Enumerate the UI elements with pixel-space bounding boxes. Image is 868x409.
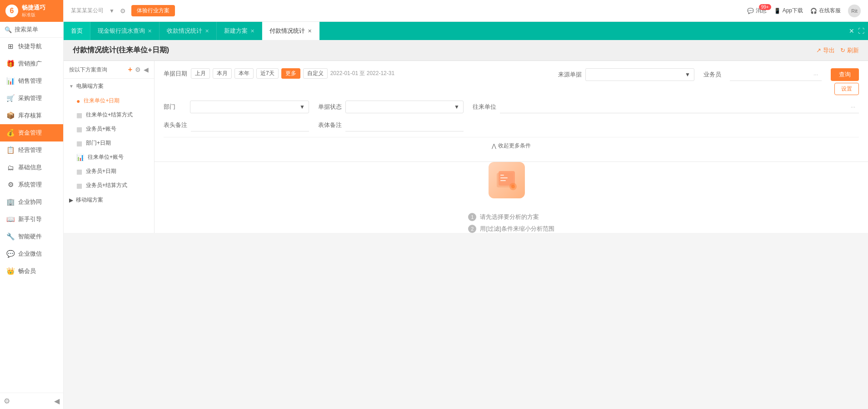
tab-bank-close[interactable]: ✕ (148, 28, 152, 34)
settings-btn[interactable]: 设置 (834, 83, 859, 95)
scheme-item-staff-settle[interactable]: ▦ 业务员+结算方式 (64, 178, 154, 192)
partner-label: 往来单位 (473, 103, 496, 111)
date-range-display: 2022-01-01 至 2022-12-31 (330, 70, 394, 77)
tip-num-2: 2 (468, 225, 476, 233)
tab-new[interactable]: 新建方案 ✕ (217, 22, 262, 40)
app-download-btn[interactable]: 📱 App下载 (774, 7, 803, 15)
svg-point-6 (511, 185, 515, 188)
sidebar-item-hardware[interactable]: 🔧 智能硬件 (0, 228, 63, 245)
tab-payment-close[interactable]: ✕ (308, 28, 312, 34)
scheme-collapse-icon[interactable]: ◀ (144, 66, 149, 73)
tab-close-icon[interactable]: ✕ (849, 27, 854, 35)
filter-staff: 业务员 ··· (703, 68, 822, 81)
scheme-settings-icon[interactable]: ⚙ (135, 66, 141, 73)
trial-btn[interactable]: 体验行业方案 (131, 5, 175, 16)
add-scheme-icon[interactable]: + (128, 66, 132, 74)
tab-bar: 首页 现金银行流水查询 ✕ 收款情况统计 ✕ 新建方案 ✕ 付款情况统计 ✕ ✕… (64, 22, 868, 40)
online-service-btn[interactable]: 🎧 在线客服 (810, 7, 841, 15)
tab-income[interactable]: 收款情况统计 ✕ (160, 22, 217, 40)
sidebar-item-purchase[interactable]: 🛒 采购管理 (0, 90, 63, 107)
mobile-section-arrow-icon: ▶ (69, 197, 73, 203)
query-btn[interactable]: 查询 (831, 68, 859, 81)
search-menu[interactable]: 🔍 搜索菜单 (0, 22, 63, 38)
desktop-section[interactable]: ▼ 电脑端方案 (64, 79, 154, 94)
date-btn-last-month[interactable]: 上月 (191, 68, 210, 79)
sidebar-item-shortcut[interactable]: ⊞ 快捷导航 (0, 38, 63, 55)
gift-icon: 🎁 (6, 60, 15, 68)
dept-select[interactable]: ▼ (190, 101, 309, 113)
topbar: 某某某某公司 ▼ ⚙ 体验行业方案 💬 消息 99+ 📱 App下载 🎧 在线客… (64, 0, 868, 22)
user-avatar[interactable]: Rit (848, 5, 861, 17)
tab-maximize-icon[interactable]: ⛶ (858, 27, 864, 35)
hardware-icon: 🔧 (6, 232, 15, 241)
sidebar-item-operations[interactable]: 📋 经营管理 (0, 141, 63, 159)
filter-source: 来源单据 ▼ (558, 68, 694, 81)
tab-income-close[interactable]: ✕ (205, 28, 209, 34)
system-icon: ⚙ (6, 181, 15, 189)
source-dropdown-icon: ▼ (685, 71, 690, 78)
filter-row-3: 表头备注 表体备注 (164, 119, 859, 131)
operations-icon: 📋 (6, 146, 15, 154)
header-note-input[interactable] (191, 119, 309, 131)
tab-payment[interactable]: 付款情况统计 ✕ (262, 22, 319, 40)
sidebar-item-wechat[interactable]: 💬 企业微信 (0, 245, 63, 263)
scheme-item-dept-date[interactable]: ▦ 部门+日期 (64, 136, 154, 150)
member-icon: 👑 (6, 267, 15, 275)
body-wrap: 按以下方案查询 + ⚙ ◀ ▼ 电脑端方案 ● 往来单位+日期 ▦ (64, 61, 868, 233)
voucher-status-select[interactable]: ▼ (345, 101, 464, 113)
filter-body-note: 表体备注 (318, 119, 464, 131)
collapse-btn[interactable]: ⋀ 收起更多条件 (483, 139, 540, 152)
scheme-panel: 按以下方案查询 + ⚙ ◀ ▼ 电脑端方案 ● 往来单位+日期 ▦ (64, 61, 155, 233)
logo-text: 畅捷通巧 标准版 (22, 4, 45, 18)
sidebar-item-member[interactable]: 👑 畅会员 (0, 263, 63, 280)
staff-select[interactable]: ··· (730, 68, 822, 81)
sidebar-item-basic[interactable]: 🗂 基础信息 (0, 159, 63, 176)
scheme-item-staff-date[interactable]: ▦ 业务员+日期 (64, 164, 154, 178)
tabs-right: ✕ ⛶ (845, 22, 868, 40)
date-btn-more[interactable]: 更多 (281, 68, 300, 79)
partner-select[interactable]: ··· (500, 101, 859, 113)
page-actions: ↗ 导出 ↻ 刷新 (816, 46, 859, 55)
date-btn-this-year[interactable]: 本年 (234, 68, 254, 79)
headset-icon: 🎧 (810, 8, 817, 14)
sidebar-item-guide[interactable]: 📖 新手引导 (0, 211, 63, 228)
scheme-item-partner-settle[interactable]: ▦ 往来单位+结算方式 (64, 108, 154, 122)
tab-bank[interactable]: 现金银行流水查询 ✕ (90, 22, 160, 40)
sidebar-item-company[interactable]: 🏢 企业协同 (0, 193, 63, 211)
inventory-icon: 📦 (6, 111, 15, 120)
collapse-sidebar-icon[interactable]: ◀ (54, 397, 60, 405)
guide-icon: 📖 (6, 215, 15, 223)
scheme-item-staff-account[interactable]: ▦ 业务员+账号 (64, 122, 154, 136)
dropdown-arrow-icon[interactable]: ▼ (109, 8, 115, 14)
empty-state: 1 请先选择要分析的方案 2 用[过滤]条件来缩小分析范围 (155, 162, 868, 233)
sidebar-item-system[interactable]: ⚙ 系统管理 (0, 176, 63, 193)
content-area: 付款情况统计(往来单位+日期) ↗ 导出 ↻ 刷新 按以下方案查询 + (64, 40, 868, 409)
date-group: 上月 本月 本年 近7天 更多 自定义 2022-01-01 至 2022-12… (191, 68, 394, 79)
tab-new-close[interactable]: ✕ (250, 28, 254, 34)
mobile-section[interactable]: ▶ 移动端方案 (64, 192, 154, 207)
source-select[interactable]: ▼ (585, 68, 694, 81)
date-btn-this-month[interactable]: 本月 (213, 68, 232, 79)
svg-rect-4 (500, 180, 506, 181)
date-btn-7days[interactable]: 近7天 (256, 68, 279, 79)
scheme-panel-actions: + ⚙ ◀ (128, 66, 149, 74)
refresh-btn[interactable]: ↻ 刷新 (840, 46, 859, 55)
sidebar-item-capital[interactable]: 💰 资金管理 (0, 124, 63, 141)
sidebar-item-inventory[interactable]: 📦 库存核算 (0, 107, 63, 124)
sidebar-item-sales[interactable]: 📊 销售管理 (0, 72, 63, 90)
date-btn-custom[interactable]: 自定义 (303, 68, 328, 79)
notice-btn[interactable]: 💬 消息 99+ (747, 7, 767, 15)
scheme-item-partner-account[interactable]: 📊 往来单位+账号 (64, 150, 154, 164)
settings-bottom-icon[interactable]: ⚙ (4, 397, 10, 405)
filter-row-2: 部门 ▼ 单据状态 ▼ (164, 101, 859, 113)
header-note-label: 表头备注 (164, 121, 187, 129)
scheme-chart-icon: 📊 (76, 154, 84, 161)
export-btn[interactable]: ↗ 导出 (816, 46, 835, 55)
sidebar-item-marketing[interactable]: 🎁 营销推广 (0, 55, 63, 72)
tab-home[interactable]: 首页 (64, 22, 90, 40)
body-note-input[interactable] (345, 119, 464, 131)
scheme-item-partner-date[interactable]: ● 往来单位+日期 (64, 94, 154, 108)
svg-rect-2 (500, 175, 504, 176)
topbar-gear-icon[interactable]: ⚙ (120, 7, 126, 15)
partner-dots-icon: ··· (851, 104, 855, 110)
